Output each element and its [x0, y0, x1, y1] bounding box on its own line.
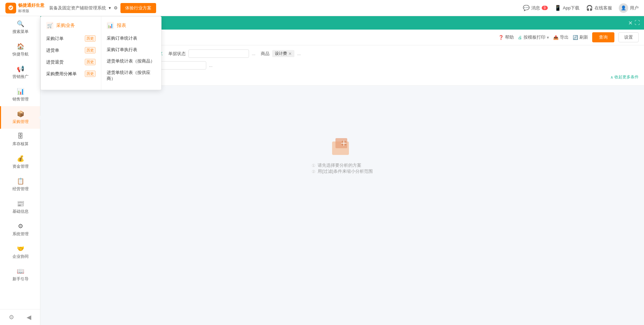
- sidebar-item-system[interactable]: ⚙ 系统管理: [0, 218, 40, 241]
- headset-icon: 🎧: [586, 5, 593, 11]
- online-service-action[interactable]: 🎧 在线客服: [586, 5, 612, 11]
- voucher-status-input[interactable]: [188, 49, 249, 58]
- user-action[interactable]: 👤 用户: [619, 3, 639, 13]
- phone-icon: 📱: [554, 5, 561, 11]
- top-header: 畅捷通好生意 标准版 装备及固定资产辅助管理系统 ▾ ⚙ 体验行业方案 💬 消息…: [0, 0, 644, 16]
- report-icon: 📊: [107, 22, 114, 29]
- sidebar-item-label: 搜索菜单: [12, 29, 29, 35]
- sidebar-item-basic[interactable]: 📰 基础信息: [0, 196, 40, 218]
- sidebar-item-inventory[interactable]: 🗄 库存核算: [0, 129, 40, 151]
- sidebar-item-label: 采购管理: [12, 119, 29, 125]
- industry-button[interactable]: 体验行业方案: [120, 3, 156, 13]
- avatar: 👤: [619, 3, 628, 13]
- gear-icon[interactable]: ⚙: [114, 5, 118, 10]
- sidebar-item-label: 库存核算: [12, 141, 29, 147]
- logo-text: 畅捷通好生意 标准版: [18, 3, 44, 13]
- purchase-icon: 📦: [17, 110, 24, 118]
- purchase-dropdown-menu: 🛒 采购业务 采购订单 历史 进货单 历史 进货退货 历史 采购费用分摊单: [40, 16, 162, 90]
- inventory-icon: 🗄: [17, 133, 24, 140]
- query-button[interactable]: 查询: [592, 32, 614, 42]
- product-tag-remove[interactable]: ✕: [288, 51, 292, 56]
- tab-maximize-btn[interactable]: ⛶: [635, 20, 640, 26]
- operation-icon: 📋: [17, 177, 24, 185]
- refresh-icon: 🔄: [573, 35, 578, 40]
- system-icon: ⚙: [18, 222, 23, 230]
- collapse-btn[interactable]: ∧ 收起更多条件: [610, 74, 639, 80]
- sidebar-item-cooperation[interactable]: 🤝 企业协同: [0, 241, 40, 263]
- purchase-expense-item[interactable]: 采购费用分摊单 历史: [41, 68, 101, 80]
- tab-close-window-btn[interactable]: ✕: [628, 20, 633, 26]
- print-btn[interactable]: 🖨 按模板打印 ▾: [518, 34, 549, 40]
- sidebar-item-label: 基础信息: [12, 209, 29, 214]
- product-ellipsis[interactable]: ...: [297, 51, 301, 56]
- purchase-order-stat-item[interactable]: 采购订单统计表: [101, 33, 162, 44]
- empty-illustration: [325, 131, 359, 158]
- message-action[interactable]: 💬 消息 9: [523, 5, 548, 11]
- sidebar-item-label: 新手引导: [12, 276, 29, 282]
- sidebar-item-sales[interactable]: 📊 销售管理: [0, 84, 40, 106]
- salesperson-ellipsis[interactable]: ...: [209, 63, 213, 68]
- purchase-order-item[interactable]: 采购订单 历史: [41, 33, 101, 44]
- search-icon: 🔍: [17, 20, 24, 28]
- incoming-stat-supplier-item[interactable]: 进货单统计表（按供应商）: [101, 67, 162, 84]
- export-btn[interactable]: 📤 导出: [553, 34, 569, 40]
- sidebar-item-marketing[interactable]: 📢 营销推广: [0, 61, 40, 84]
- voucher-status-ellipsis[interactable]: ...: [252, 51, 255, 56]
- sidebar-item-purchase[interactable]: 📦 采购管理: [0, 106, 40, 129]
- purchase-col-header: 🛒 采购业务: [41, 22, 101, 33]
- sidebar-bottom: ⚙ ◀: [0, 309, 40, 325]
- purchase-col: 🛒 采购业务 采购订单 历史 进货单 历史 进货退货 历史 采购费用分摊单: [41, 16, 101, 90]
- app-download-action[interactable]: 📱 App下载: [554, 5, 579, 11]
- collapse-icon: ∧: [610, 75, 613, 80]
- header-right: 💬 消息 9 📱 App下载 🎧 在线客服 👤 用户: [523, 3, 639, 13]
- main-layout: 🔍 搜索菜单 🏠 快捷导航 📢 营销推广 📊 销售管理 📦 采购管理 🗄 库存核…: [0, 16, 644, 325]
- sales-icon: 📊: [17, 88, 24, 95]
- empty-tips: 请先选择要分析的方案 用[过滤]条件来缩小分析范围: [312, 162, 372, 174]
- sidebar-item-finance[interactable]: 💰 资金管理: [0, 151, 40, 173]
- product-tag: 设计费 ✕: [272, 50, 294, 57]
- product-filter: 商品 设计费 ✕ ...: [261, 50, 301, 57]
- collapse-area: ∧ 收起更多条件: [610, 74, 639, 80]
- empty-tip-1: 请先选择要分析的方案: [312, 162, 372, 168]
- sidebar-item-label: 企业协同: [12, 254, 29, 259]
- finance-icon: 💰: [17, 155, 24, 162]
- sidebar-item-label: 销售管理: [12, 96, 29, 102]
- sidebar-item-operation[interactable]: 📋 经营管理: [0, 173, 40, 196]
- home-icon: 🏠: [17, 43, 24, 50]
- settings-button[interactable]: 设置: [618, 32, 639, 42]
- print-icon: 🖨: [518, 35, 522, 40]
- settings-bottom-icon[interactable]: ⚙: [9, 314, 14, 321]
- logo-icon: [5, 3, 16, 13]
- help-btn[interactable]: ❓ 帮助: [498, 34, 514, 40]
- sidebar-item-label: 资金管理: [12, 164, 29, 169]
- sidebar-item-label: 快捷导航: [12, 51, 29, 57]
- chevron-down-icon[interactable]: ▾: [109, 5, 111, 10]
- marketing-icon: 📢: [17, 65, 24, 73]
- incoming-order-item[interactable]: 进货单 历史: [41, 44, 101, 56]
- message-icon: 💬: [523, 5, 530, 11]
- chevron-print-icon: ▾: [547, 35, 549, 40]
- system-title-area: 装备及固定资产辅助管理系统 ▾ ⚙ 体验行业方案: [46, 3, 523, 13]
- tab-bar-actions: ✕ ⛶: [624, 16, 644, 30]
- refresh-btn[interactable]: 🔄 刷新: [573, 34, 588, 40]
- help-icon: ❓: [498, 35, 504, 40]
- cart-icon: 🛒: [46, 22, 53, 29]
- logo-area: 畅捷通好生意 标准版: [5, 3, 46, 13]
- collapse-sidebar-icon[interactable]: ◀: [27, 314, 31, 321]
- system-title: 装备及固定资产辅助管理系统: [49, 5, 106, 11]
- report-col-header: 📊 报表: [101, 22, 162, 33]
- return-goods-item[interactable]: 进货退货 历史: [41, 56, 101, 68]
- sidebar-item-search[interactable]: 🔍 搜索菜单: [0, 16, 40, 39]
- export-icon: 📤: [553, 35, 559, 40]
- incoming-stat-product-item[interactable]: 进货单统计表（按商品）: [101, 55, 162, 67]
- guide-icon: 📖: [17, 268, 24, 275]
- message-badge: 9: [542, 6, 548, 10]
- sidebar-item-guide[interactable]: 📖 新手引导: [0, 263, 40, 286]
- empty-tip-2: 用[过滤]条件来缩小分析范围: [312, 168, 372, 174]
- sidebar-item-label: 系统管理: [12, 231, 29, 237]
- purchase-order-exec-item[interactable]: 采购订单执行表: [101, 44, 162, 55]
- sidebar: 🔍 搜索菜单 🏠 快捷导航 📢 营销推广 📊 销售管理 📦 采购管理 🗄 库存核…: [0, 16, 40, 325]
- sidebar-item-label: 营销推广: [12, 74, 29, 80]
- cooperation-icon: 🤝: [17, 245, 24, 252]
- sidebar-item-nav[interactable]: 🏠 快捷导航: [0, 39, 40, 61]
